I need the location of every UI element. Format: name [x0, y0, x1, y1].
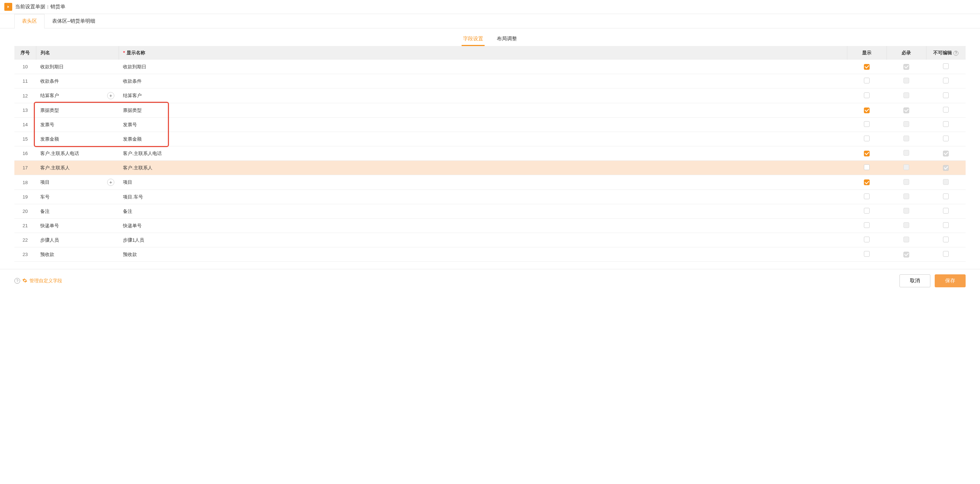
checkbox[interactable] [943, 92, 949, 98]
row-ne [926, 233, 966, 247]
row-display[interactable]: 发票号 [119, 118, 847, 132]
checkbox[interactable] [943, 78, 949, 83]
checkbox[interactable] [864, 135, 870, 141]
row-show [847, 146, 886, 161]
row-display[interactable]: 客户.主联系人 [119, 161, 847, 175]
row-seq: 12 [14, 88, 36, 103]
footer: ? 管理自定义字段 取消 保存 [0, 269, 980, 292]
top-bar: 当前设置单据：销货单 [0, 0, 980, 14]
row-show [847, 190, 886, 204]
checkbox[interactable] [864, 222, 870, 228]
checkbox [904, 193, 909, 199]
checkbox[interactable] [864, 251, 870, 257]
row-show [847, 161, 886, 175]
checkbox [904, 252, 909, 258]
cancel-button[interactable]: 取消 [899, 274, 931, 287]
row-show [847, 247, 886, 262]
checkbox [904, 135, 909, 141]
help-icon[interactable]: ? [953, 51, 958, 56]
row-display[interactable]: 步骤1人员 [119, 233, 847, 247]
chevron-right-icon [6, 5, 10, 9]
row-seq: 21 [14, 219, 36, 233]
checkbox [943, 165, 949, 171]
table-row: 18项目+项目 [14, 175, 966, 190]
checkbox[interactable] [864, 108, 870, 113]
row-colname: 车号 [36, 190, 119, 204]
checkbox[interactable] [864, 208, 870, 213]
checkbox[interactable] [943, 193, 949, 199]
row-ne [926, 60, 966, 74]
sub-tabs: 字段设置布局调整 [0, 29, 980, 46]
row-seq: 14 [14, 118, 36, 132]
row-show [847, 118, 886, 132]
checkbox[interactable] [943, 107, 949, 113]
row-ne [926, 219, 966, 233]
row-display[interactable]: 收款到期日 [119, 60, 847, 74]
checkbox[interactable] [864, 193, 870, 199]
checkbox[interactable] [943, 121, 949, 127]
checkbox[interactable] [943, 251, 949, 257]
row-show [847, 233, 886, 247]
row-display[interactable]: 快递单号 [119, 219, 847, 233]
checkbox[interactable] [943, 237, 949, 242]
checkbox [904, 92, 909, 98]
row-display[interactable]: 项目.车号 [119, 190, 847, 204]
checkbox[interactable] [943, 63, 949, 69]
checkbox[interactable] [864, 237, 870, 242]
row-display[interactable]: 项目 [119, 175, 847, 190]
main-tab-0[interactable]: 表头区 [14, 14, 45, 28]
row-ne [926, 204, 966, 219]
row-show [847, 175, 886, 190]
row-req [886, 88, 926, 103]
row-colname: 发票金额 [36, 132, 119, 146]
col-display: *显示名称 [119, 46, 847, 60]
row-display[interactable]: 结算客户 [119, 88, 847, 103]
row-seq: 17 [14, 161, 36, 175]
row-ne [926, 175, 966, 190]
colname-text: 票据类型 [40, 107, 59, 114]
checkbox [904, 237, 909, 242]
row-show [847, 103, 886, 118]
row-req [886, 247, 926, 262]
row-colname: 结算客户+ [36, 88, 119, 103]
table-row: 13票据类型票据类型 [14, 103, 966, 118]
colname-text: 收款条件 [40, 78, 59, 84]
checkbox[interactable] [864, 78, 870, 83]
row-display[interactable]: 发票金额 [119, 132, 847, 146]
colname-text: 发票金额 [40, 136, 59, 142]
row-display[interactable]: 预收款 [119, 247, 847, 262]
row-colname: 快递单号 [36, 219, 119, 233]
sub-tab-0[interactable]: 字段设置 [461, 33, 485, 46]
required-star: * [123, 50, 125, 56]
checkbox [943, 179, 949, 185]
checkbox[interactable] [943, 135, 949, 141]
add-icon[interactable]: + [107, 92, 115, 99]
colname-text: 客户.主联系人电话 [40, 150, 79, 157]
checkbox[interactable] [864, 92, 870, 98]
row-display[interactable]: 客户.主联系人电话 [119, 146, 847, 161]
row-display[interactable]: 票据类型 [119, 103, 847, 118]
row-show [847, 204, 886, 219]
checkbox[interactable] [864, 64, 870, 70]
table-row: 20备注备注 [14, 204, 966, 219]
checkbox[interactable] [864, 151, 870, 156]
main-tab-1[interactable]: 表体区–销货单明细 [45, 14, 103, 28]
checkbox [904, 150, 909, 156]
checkbox[interactable] [943, 222, 949, 228]
row-display[interactable]: 备注 [119, 204, 847, 219]
checkbox[interactable] [864, 180, 870, 185]
save-button[interactable]: 保存 [935, 274, 966, 287]
checkbox[interactable] [864, 164, 870, 170]
question-icon[interactable]: ? [14, 278, 20, 284]
row-colname: 票据类型 [36, 103, 119, 118]
manage-custom-fields-link[interactable]: 管理自定义字段 [29, 278, 62, 284]
row-colname: 步骤人员 [36, 233, 119, 247]
row-colname: 备注 [36, 204, 119, 219]
checkbox[interactable] [864, 121, 870, 127]
row-display[interactable]: 收款条件 [119, 74, 847, 88]
add-icon[interactable]: + [107, 179, 115, 186]
expand-button[interactable] [4, 3, 12, 11]
sub-tab-1[interactable]: 布局调整 [495, 33, 519, 46]
colname-text: 发票号 [40, 121, 54, 128]
checkbox[interactable] [943, 208, 949, 213]
